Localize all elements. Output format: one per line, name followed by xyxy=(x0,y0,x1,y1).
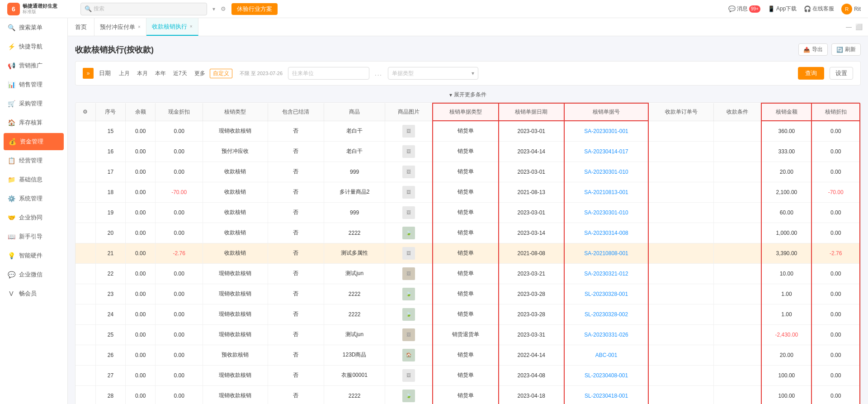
date-option-prev-month[interactable]: 上月 xyxy=(116,69,132,78)
date-option-cur-year[interactable]: 本年 xyxy=(152,69,169,78)
tab-prepay[interactable]: 预付冲应付单 × xyxy=(94,18,146,36)
sidebar-item-13[interactable]: 💬企业微信 xyxy=(0,265,67,284)
table-row[interactable]: 28 0.00 0.00 现销收款核销 否 2222 🍃 销货单 2023-04… xyxy=(75,385,860,404)
cell-doc-no[interactable]: SA-20210808-001 xyxy=(564,243,648,263)
cell-included: 否 xyxy=(268,162,324,182)
counterparty-input[interactable]: 往来单位 xyxy=(288,67,369,80)
sidebar-item-1[interactable]: ⚡快捷导航 xyxy=(0,37,67,56)
table-row[interactable]: 22 0.00 0.00 现销收款核销 否 测试jun 🖼 销货单 2023-0… xyxy=(75,263,860,284)
cell-doc-no[interactable]: SA-20230314-008 xyxy=(564,223,648,243)
cell-gear xyxy=(75,304,95,324)
cell-doc-no[interactable]: SA-20230331-026 xyxy=(564,324,648,345)
table-row[interactable]: 15 0.00 0.00 现销收款核销 否 老白干 🖼 销货单 2023-03-… xyxy=(75,121,860,141)
cell-included: 否 xyxy=(268,223,324,243)
sidebar-icon-12: 💡 xyxy=(7,252,15,259)
cell-doc-no[interactable]: SL-20230418-001 xyxy=(564,385,648,404)
cell-doc-no[interactable]: SA-20230414-017 xyxy=(564,141,648,162)
cell-verify-discount: 0.00 xyxy=(811,263,860,284)
sidebar-item-12[interactable]: 💡智能硬件 xyxy=(0,246,67,265)
table-row[interactable]: 25 0.00 0.00 现销收款核销 否 测试jun 🖼 销货退货单 2023… xyxy=(75,324,860,345)
table-row[interactable]: 18 0.00 -70.00 收款核销 否 多计量商品2 🖼 销货单 2021-… xyxy=(75,182,860,202)
sidebar-item-6[interactable]: 💰资金管理 xyxy=(4,133,64,150)
counterparty-placeholder: 往来单位 xyxy=(292,70,314,77)
date-option-7days[interactable]: 近7天 xyxy=(170,69,190,78)
expand-label: 展开更多条件 xyxy=(454,91,486,99)
cell-doc-no[interactable]: SL-20230408-001 xyxy=(564,365,648,385)
tab-minimize-icon[interactable]: — xyxy=(846,24,852,30)
sidebar-item-9[interactable]: ⚙️系统管理 xyxy=(0,189,67,208)
app-download[interactable]: 📱 App下载 xyxy=(768,5,797,13)
cell-verify-amount: -2,430.00 xyxy=(761,324,811,345)
cell-gear xyxy=(75,223,95,243)
col-gear[interactable]: ⚙ xyxy=(75,103,95,121)
cell-doc-no[interactable]: ABC-001 xyxy=(564,345,648,365)
top-search[interactable]: 🔍 搜索 xyxy=(80,3,207,15)
notification-area[interactable]: 💬 消息 99+ xyxy=(728,5,760,13)
export-btn[interactable]: 📤 导出 xyxy=(798,43,828,56)
cell-cash-discount: 0.00 xyxy=(156,385,203,404)
cell-receipt-condition xyxy=(714,223,762,243)
sidebar-item-14[interactable]: V畅会员 xyxy=(0,284,67,303)
table-row[interactable]: 24 0.00 0.00 现销收款核销 否 2222 🍃 销货单 2023-03… xyxy=(75,304,860,324)
table-row[interactable]: 20 0.00 0.00 收款核销 否 2222 🍃 销货单 2023-03-1… xyxy=(75,223,860,243)
query-btn[interactable]: 查询 xyxy=(798,67,824,80)
gear-settings-icon[interactable]: ⚙ xyxy=(221,5,226,12)
tab-bar: 首页 预付冲应付单 × 收款核销执行 × — ⬜ xyxy=(68,18,868,36)
sidebar-item-3[interactable]: 📊销售管理 xyxy=(0,75,67,94)
table-row[interactable]: 23 0.00 0.00 现销收款核销 否 2222 🍃 销货单 2023-03… xyxy=(75,284,860,304)
cell-doc-no[interactable]: SL-20230328-001 xyxy=(564,284,648,304)
tab-receipt[interactable]: 收款核销执行 × xyxy=(146,18,198,36)
sidebar-item-2[interactable]: 📢营销推广 xyxy=(0,56,67,75)
sidebar-item-8[interactable]: 📁基础信息 xyxy=(0,170,67,189)
tab-receipt-close[interactable]: × xyxy=(190,24,193,29)
tab-prepay-close[interactable]: × xyxy=(138,24,141,29)
industry-btn[interactable]: 休验行业方案 xyxy=(231,3,278,15)
sidebar-item-10[interactable]: 🤝企业协同 xyxy=(0,208,67,227)
cell-doc-type: 销货单 xyxy=(433,385,498,404)
user-area[interactable]: R Rit xyxy=(841,4,861,14)
cell-doc-no[interactable]: SA-20230301-001 xyxy=(564,121,648,141)
cell-doc-date: 2023-03-14 xyxy=(499,223,564,243)
sidebar-item-11[interactable]: 📖新手引导 xyxy=(0,227,67,246)
table-row[interactable]: 16 0.00 0.00 预付冲应收 否 老白干 🖼 销货单 2023-04-1… xyxy=(75,141,860,162)
filter-dots[interactable]: ... xyxy=(375,70,382,77)
cell-cash-discount: 0.00 xyxy=(156,284,203,304)
sidebar-item-7[interactable]: 📋经营管理 xyxy=(0,151,67,170)
date-option-custom[interactable]: 自定义 xyxy=(210,69,232,78)
sidebar-item-0[interactable]: 🔍搜索菜单 xyxy=(0,18,67,37)
doc-type-select[interactable]: 单据类型 ▾ xyxy=(388,67,478,80)
cell-doc-no[interactable]: SA-20230321-012 xyxy=(564,263,648,284)
product-image: 🖼 xyxy=(402,369,415,382)
table-row[interactable]: 17 0.00 0.00 收款核销 否 999 🖼 销货单 2023-03-01… xyxy=(75,162,860,182)
sidebar: 🔍搜索菜单⚡快捷导航📢营销推广📊销售管理🛒采购管理🏠库存核算💰资金管理📋经营管理… xyxy=(0,18,68,404)
sidebar-icon-9: ⚙️ xyxy=(7,195,15,202)
table-row[interactable]: 21 0.00 -2.76 收款核销 否 测试多属性 🖼 销货单 2021-08… xyxy=(75,243,860,263)
date-option-cur-month[interactable]: 本月 xyxy=(134,69,151,78)
filter-setting-btn[interactable]: 设置 xyxy=(830,67,853,80)
cell-seq: 20 xyxy=(95,223,125,243)
date-option-more[interactable]: 更多 xyxy=(192,69,208,78)
table-row[interactable]: 19 0.00 0.00 收款核销 否 999 🖼 销货单 2023-03-01… xyxy=(75,202,860,223)
cell-product-img: 🖼 xyxy=(385,141,433,162)
refresh-icon: 🔄 xyxy=(836,47,843,53)
table-row[interactable]: 26 0.00 0.00 预收款核销 否 123D商品 🏠 销货单 2022-0… xyxy=(75,345,860,365)
online-support[interactable]: 🎧 在线客服 xyxy=(804,5,834,13)
refresh-btn[interactable]: 🔄 刷新 xyxy=(831,43,861,56)
cell-doc-no[interactable]: SA-20230301-010 xyxy=(564,162,648,182)
tab-bar-right: — ⬜ xyxy=(846,24,868,30)
cell-verify-amount: 1,000.00 xyxy=(761,223,811,243)
sidebar-item-4[interactable]: 🛒采购管理 xyxy=(0,94,67,113)
cell-doc-no[interactable]: SA-20210813-001 xyxy=(564,182,648,202)
sidebar-item-5[interactable]: 🏠库存核算 xyxy=(0,113,67,132)
sidebar-icon-11: 📖 xyxy=(7,233,15,240)
tab-home[interactable]: 首页 xyxy=(68,18,94,36)
filter-toggle-btn[interactable]: » xyxy=(83,68,94,79)
cell-doc-no[interactable]: SA-20230301-010 xyxy=(564,202,648,223)
cell-product: 多计量商品2 xyxy=(324,182,385,202)
doc-type-placeholder: 单据类型 xyxy=(392,70,414,77)
table-row[interactable]: 27 0.00 0.00 现销收款核销 否 衣服00001 🖼 销货单 2023… xyxy=(75,365,860,385)
cell-included: 否 xyxy=(268,284,324,304)
cell-doc-no[interactable]: SL-20230328-002 xyxy=(564,304,648,324)
expand-more[interactable]: ▾ 展开更多条件 xyxy=(75,91,861,99)
tab-maximize-icon[interactable]: ⬜ xyxy=(855,24,863,30)
